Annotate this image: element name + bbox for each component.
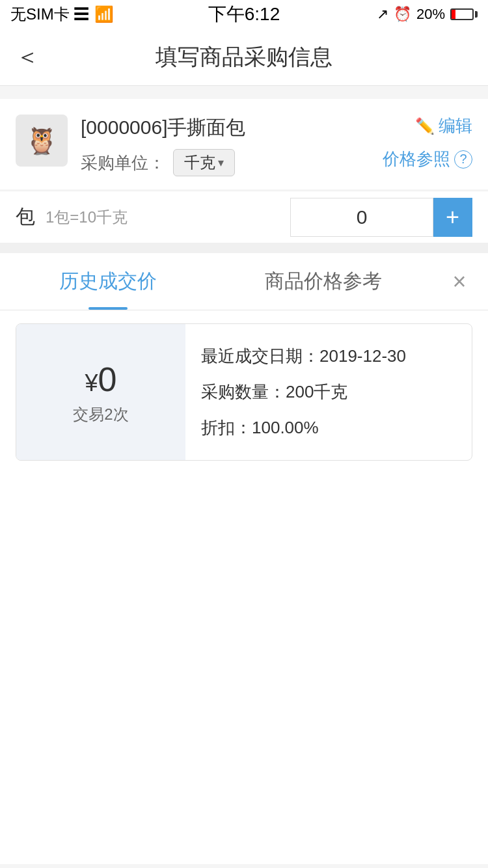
wifi-icon: 📶	[94, 5, 114, 23]
status-right: ↗ ⏰ 20%	[377, 6, 478, 23]
section-divider	[0, 243, 488, 253]
product-info: [0000006]手撕面包 采购单位： 千克 ▾	[81, 115, 245, 176]
price-ref-label: 价格参照	[383, 148, 450, 170]
price-ref-help-icon: ?	[454, 150, 472, 169]
purchase-qty-value: 200千克	[286, 382, 347, 401]
location-icon: ↗	[377, 6, 388, 23]
recent-date-value: 2019-12-30	[319, 346, 406, 366]
battery-percent: 20%	[416, 6, 445, 23]
price-currency: ¥	[85, 370, 98, 396]
product-unit-row: 采购单位： 千克 ▾	[81, 149, 245, 176]
history-list: ¥0 交易2次 最近成交日期：2019-12-30 采购数量：200千克 折扣：…	[0, 310, 488, 474]
battery-icon	[450, 8, 478, 20]
status-time: 下午6:12	[208, 2, 280, 27]
tab-close-button[interactable]: ×	[431, 253, 488, 310]
quantity-row: 包 1包=10千克 +	[0, 191, 488, 243]
carrier-label: 无SIM卡 ☰	[10, 4, 89, 25]
tabs-container: 历史成交价 商品价格参考 × ¥0 交易2次 最近成交日期：2019-12-30…	[0, 253, 488, 474]
unit-value: 千克	[184, 152, 215, 173]
tabs-header: 历史成交价 商品价格参考 ×	[0, 253, 488, 310]
recent-date-row: 最近成交日期：2019-12-30	[201, 344, 456, 369]
page-title: 填写商品采购信息	[156, 42, 332, 72]
back-button[interactable]: ＜	[16, 41, 39, 73]
nav-bar: ＜ 填写商品采购信息	[0, 29, 488, 86]
discount-label: 折扣：	[201, 418, 252, 437]
qty-hint: 1包=10千克	[46, 207, 128, 228]
recent-date-label: 最近成交日期：	[201, 346, 319, 366]
price-amount: ¥0	[85, 360, 117, 399]
qty-label: 包	[16, 204, 35, 230]
product-name: [0000006]手撕面包	[81, 115, 245, 141]
price-card-left: ¥0 交易2次	[16, 324, 185, 460]
edit-icon: ✏️	[415, 117, 435, 135]
product-card: 🦉 [0000006]手撕面包 采购单位： 千克 ▾ ✏️ 编辑 价格参照	[0, 99, 488, 189]
price-card: ¥0 交易2次 最近成交日期：2019-12-30 采购数量：200千克 折扣：…	[16, 323, 472, 461]
purchase-qty-label: 采购数量：	[201, 382, 286, 401]
product-logo-icon: 🦉	[25, 126, 58, 156]
discount-row: 折扣：100.00%	[201, 415, 456, 441]
product-image: 🦉	[16, 115, 68, 167]
edit-label: 编辑	[439, 115, 472, 137]
status-bar: 无SIM卡 ☰ 📶 下午6:12 ↗ ⏰ 20%	[0, 0, 488, 29]
tab-history-price[interactable]: 历史成交价	[0, 253, 215, 310]
qty-plus-button[interactable]: +	[433, 198, 472, 237]
tab-price-reference[interactable]: 商品价格参考	[215, 253, 431, 310]
unit-label: 采购单位：	[81, 152, 165, 174]
qty-controls: +	[290, 198, 472, 237]
trade-count: 交易2次	[73, 404, 128, 425]
bottom-area	[0, 474, 488, 864]
discount-value: 100.00%	[252, 418, 319, 437]
qty-input[interactable]	[290, 198, 433, 237]
unit-dropdown-icon: ▾	[218, 156, 224, 170]
purchase-qty-row: 采购数量：200千克	[201, 379, 456, 405]
price-ref-button[interactable]: 价格参照 ?	[383, 148, 472, 170]
price-card-right: 最近成交日期：2019-12-30 采购数量：200千克 折扣：100.00%	[185, 324, 472, 460]
unit-select[interactable]: 千克 ▾	[173, 149, 235, 176]
status-left: 无SIM卡 ☰ 📶	[10, 4, 114, 25]
alarm-icon: ⏰	[394, 6, 411, 23]
edit-button[interactable]: ✏️ 编辑	[415, 115, 472, 137]
